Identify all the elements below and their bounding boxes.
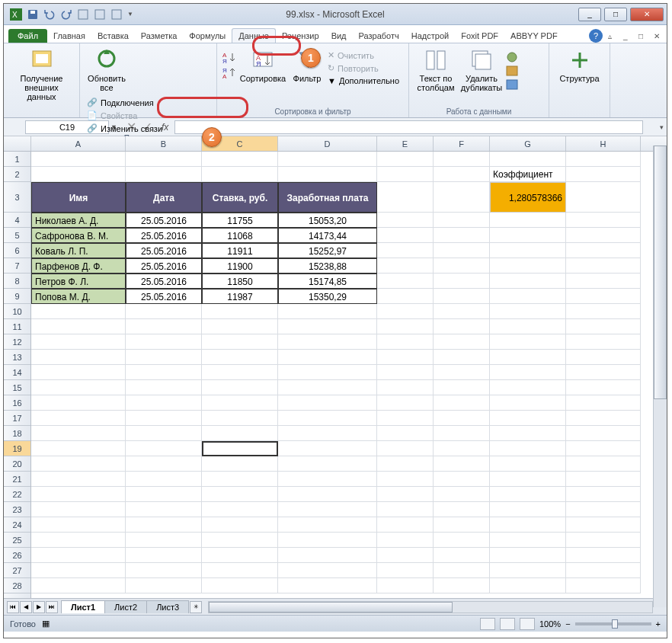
tab-abbyy[interactable]: ABBYY PDF bbox=[504, 29, 564, 43]
reapply-button[interactable]: ↻Повторить bbox=[325, 62, 402, 74]
data-validation-button[interactable] bbox=[505, 51, 519, 63]
table-cell-8-1[interactable]: 25.05.2016 bbox=[126, 274, 202, 289]
row-header-12[interactable]: 12 bbox=[4, 334, 30, 350]
table-cell-7-2[interactable]: 11900 bbox=[202, 258, 278, 274]
row-header-1[interactable]: 1 bbox=[4, 152, 30, 167]
table-cell-9-3[interactable]: 15350,29 bbox=[278, 289, 377, 304]
advanced-button[interactable]: ▼Дополнительно bbox=[325, 75, 402, 86]
minimize-button[interactable]: _ bbox=[578, 8, 601, 21]
workbook-restore-icon[interactable]: □ bbox=[638, 32, 649, 43]
hscroll-thumb[interactable] bbox=[209, 602, 453, 613]
table-cell-8-0[interactable]: Петров Ф. Л. bbox=[31, 274, 126, 289]
sheet-last-icon[interactable]: ⏭ bbox=[46, 601, 58, 613]
view-page-break-button[interactable] bbox=[520, 618, 535, 630]
zoom-level[interactable]: 100% bbox=[539, 619, 561, 629]
sheet-tab-2[interactable]: Лист2 bbox=[104, 600, 147, 613]
tab-review[interactable]: Рецензир bbox=[276, 29, 325, 43]
row-header-5[interactable]: 5 bbox=[4, 228, 30, 243]
col-header-B[interactable]: B bbox=[126, 136, 202, 151]
sheet-prev-icon[interactable]: ◀ bbox=[20, 601, 32, 613]
col-header-F[interactable]: F bbox=[434, 136, 490, 151]
tab-addins[interactable]: Надстрой bbox=[405, 29, 455, 43]
table-cell-8-2[interactable]: 11850 bbox=[202, 274, 278, 289]
table-cell-6-3[interactable]: 15252,97 bbox=[278, 243, 377, 258]
table-cell-4-3[interactable]: 15053,20 bbox=[278, 213, 377, 228]
qat-icon-3[interactable] bbox=[110, 8, 123, 21]
consolidate-button[interactable] bbox=[505, 65, 519, 77]
table-cell-6-2[interactable]: 11911 bbox=[202, 243, 278, 258]
sort-button[interactable]: АЯ Сортировка bbox=[237, 46, 289, 85]
help-icon[interactable]: ? bbox=[589, 29, 603, 43]
col-header-E[interactable]: E bbox=[377, 136, 434, 151]
edit-links-button[interactable]: 🔗Изменить связи bbox=[85, 123, 171, 134]
get-external-data-button[interactable]: Получение внешних данных bbox=[8, 46, 75, 103]
row-header-19[interactable]: 19 bbox=[4, 441, 30, 456]
row-header-9[interactable]: 9 bbox=[4, 289, 30, 304]
row-header-24[interactable]: 24 bbox=[4, 517, 30, 533]
coef-value-cell[interactable]: 1,280578366 bbox=[490, 182, 566, 213]
row-header-8[interactable]: 8 bbox=[4, 274, 30, 289]
tab-insert[interactable]: Вставка bbox=[91, 29, 135, 43]
vscroll-thumb[interactable] bbox=[654, 146, 667, 399]
zoom-in-icon[interactable]: + bbox=[656, 619, 661, 629]
formula-bar[interactable] bbox=[174, 120, 643, 134]
select-all-corner[interactable] bbox=[4, 136, 31, 151]
remove-duplicates-button[interactable]: Удалить дубликаты bbox=[458, 46, 505, 94]
coef-label-cell[interactable]: Коэффициент bbox=[490, 167, 566, 182]
row-header-14[interactable]: 14 bbox=[4, 365, 30, 380]
table-cell-5-3[interactable]: 14173,44 bbox=[278, 228, 377, 243]
vertical-scrollbar[interactable] bbox=[653, 146, 667, 607]
table-cell-5-1[interactable]: 25.05.2016 bbox=[126, 228, 202, 243]
row-header-25[interactable]: 25 bbox=[4, 533, 30, 548]
zoom-out-icon[interactable]: − bbox=[565, 619, 570, 629]
cells-area[interactable]: Коэффициент1,280578366ИмяДатаСтавка, руб… bbox=[31, 152, 667, 598]
row-header-15[interactable]: 15 bbox=[4, 380, 30, 395]
tab-developer[interactable]: Разработч bbox=[353, 29, 405, 43]
table-cell-4-2[interactable]: 11755 bbox=[202, 213, 278, 228]
table-header-2[interactable]: Ставка, руб. bbox=[202, 182, 278, 213]
row-header-27[interactable]: 27 bbox=[4, 563, 30, 578]
text-to-columns-button[interactable]: Текст по столбцам bbox=[414, 46, 458, 94]
horizontal-scrollbar[interactable] bbox=[208, 601, 653, 613]
tab-file[interactable]: Файл bbox=[8, 29, 47, 43]
whatif-button[interactable] bbox=[505, 78, 519, 91]
undo-icon[interactable] bbox=[43, 8, 56, 21]
row-header-22[interactable]: 22 bbox=[4, 487, 30, 502]
row-header-26[interactable]: 26 bbox=[4, 548, 30, 563]
table-header-3[interactable]: Заработная плата bbox=[278, 182, 377, 213]
qat-icon-1[interactable] bbox=[77, 8, 89, 21]
zoom-knob[interactable] bbox=[612, 619, 618, 629]
table-cell-5-0[interactable]: Сафронова В. М. bbox=[31, 228, 126, 243]
sheet-tab-3[interactable]: Лист3 bbox=[146, 600, 189, 613]
sort-az-button[interactable]: АЯ bbox=[222, 51, 237, 65]
tab-view[interactable]: Вид bbox=[325, 29, 353, 43]
row-header-4[interactable]: 4 bbox=[4, 213, 30, 228]
row-header-2[interactable]: 2 bbox=[4, 167, 30, 182]
row-header-3[interactable]: 3 bbox=[4, 182, 30, 213]
sheet-first-icon[interactable]: ⏮ bbox=[7, 601, 19, 613]
col-header-H[interactable]: H bbox=[566, 136, 641, 151]
table-cell-7-3[interactable]: 15238,88 bbox=[278, 258, 377, 274]
table-cell-8-3[interactable]: 15174,85 bbox=[278, 274, 377, 289]
table-cell-9-2[interactable]: 11987 bbox=[202, 289, 278, 304]
table-cell-4-0[interactable]: Николаев А. Д. bbox=[31, 213, 126, 228]
sheet-tab-1[interactable]: Лист1 bbox=[61, 600, 105, 613]
table-cell-9-0[interactable]: Попова М. Д. bbox=[31, 289, 126, 304]
clear-button[interactable]: ✕Очистить bbox=[325, 50, 402, 61]
row-header-20[interactable]: 20 bbox=[4, 456, 30, 472]
ribbon-minimize-icon[interactable]: ▵ bbox=[608, 32, 619, 43]
col-header-G[interactable]: G bbox=[490, 136, 566, 151]
view-normal-button[interactable] bbox=[480, 618, 495, 630]
qat-icon-2[interactable] bbox=[94, 8, 106, 21]
row-header-28[interactable]: 28 bbox=[4, 578, 30, 593]
row-header-13[interactable]: 13 bbox=[4, 350, 30, 365]
view-page-layout-button[interactable] bbox=[500, 618, 515, 630]
table-header-1[interactable]: Дата bbox=[126, 182, 202, 213]
row-header-16[interactable]: 16 bbox=[4, 395, 30, 411]
maximize-button[interactable]: □ bbox=[604, 8, 627, 21]
col-header-A[interactable]: A bbox=[31, 136, 126, 151]
close-button[interactable]: ✕ bbox=[630, 8, 664, 21]
table-cell-7-1[interactable]: 25.05.2016 bbox=[126, 258, 202, 274]
sheet-next-icon[interactable]: ▶ bbox=[33, 601, 45, 613]
table-header-0[interactable]: Имя bbox=[31, 182, 126, 213]
